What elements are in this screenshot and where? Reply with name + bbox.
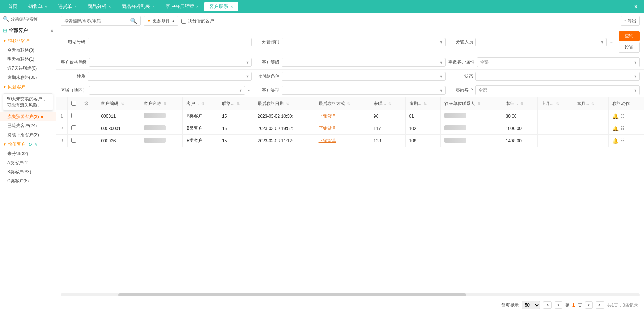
contact-action-icon[interactable]: 🔔 <box>612 138 619 144</box>
filter-status-select[interactable]: ▾ <box>475 72 640 81</box>
close-icon[interactable]: × <box>45 4 47 9</box>
row-unit-contact <box>441 135 502 147</box>
horizontal-scrollbar[interactable] <box>61 293 640 296</box>
sidebar-group-pending-contact[interactable]: ▼ 待联络客户 <box>0 36 56 46</box>
row-select-checkbox[interactable] <box>71 113 76 118</box>
more-action-icon[interactable]: ⠿ <box>621 138 624 144</box>
sidebar-group-problem-customers[interactable]: ▼ 问题客户 <box>0 82 56 92</box>
search-input[interactable] <box>64 19 129 24</box>
sidebar-all-customers[interactable]: ⊞ 全部客户 « <box>0 25 56 36</box>
sidebar-item-class-b[interactable]: B类客户(33) <box>0 167 56 177</box>
row-type: B类客户 <box>183 135 218 147</box>
nav-tab-customer-tier[interactable]: 客户分层经营 × <box>161 2 204 11</box>
my-customer-checkbox-wrap: 我分管的客户 <box>181 18 214 24</box>
filter-retail-attr-select[interactable]: 全部 ▾ <box>477 57 640 67</box>
filter-customer-type-select[interactable]: ▾ <box>282 86 446 95</box>
row-overdue: 102 <box>405 122 441 135</box>
sidebar-collapse-button[interactable]: « <box>51 28 53 33</box>
nav-tab-sales[interactable]: 销售单 × <box>23 2 52 11</box>
next-page-button[interactable]: > <box>585 301 593 309</box>
scrollbar-thumb <box>118 293 466 296</box>
contact-action-icon[interactable]: 🔔 <box>612 126 619 131</box>
close-icon[interactable]: × <box>230 4 233 9</box>
contact-action-icon[interactable]: 🔔 <box>612 113 619 119</box>
sidebar-item-7day-contact[interactable]: 近7天待联络(0) <box>0 64 56 73</box>
last-page-button[interactable]: >| <box>596 301 604 309</box>
row-contact-count: 15 <box>218 122 254 135</box>
row-actions-left <box>80 110 97 122</box>
close-icon[interactable]: × <box>196 4 198 9</box>
sidebar-search-input[interactable] <box>11 16 53 21</box>
nav-tab-customer-contact[interactable]: 客户联系 × <box>204 2 238 11</box>
filter-retail-customer-select[interactable]: 全部 ▾ <box>475 85 640 95</box>
filter-payment: 收付款条件 ▾ <box>255 72 446 81</box>
close-icon[interactable]: × <box>74 4 76 9</box>
more-action-icon[interactable]: ⠿ <box>621 113 624 119</box>
select-all-checkbox[interactable] <box>71 101 76 106</box>
contact-method-link[interactable]: 下销货单 <box>319 113 336 118</box>
prev-page-button[interactable]: < <box>555 301 562 309</box>
filter-manager-select[interactable]: ▾ <box>475 38 607 46</box>
sidebar-item-churn-warning[interactable]: 流失预警客户(3) ● <box>0 112 56 121</box>
chevron-up-icon: ▲ <box>172 19 175 23</box>
filter-nature-select[interactable]: ▾ <box>88 72 252 81</box>
filter-customer-level-select[interactable]: ▾ <box>282 58 446 67</box>
row-code: 00030031 <box>97 122 140 135</box>
search-button[interactable]: 🔍 <box>130 17 137 24</box>
sidebar-item-tomorrow-contact[interactable]: 明天待联络(1) <box>0 55 56 64</box>
sidebar-item-today-contact[interactable]: 今天待联络(0) <box>0 46 56 55</box>
sidebar-item-class-c[interactable]: C类客户(6) <box>0 177 56 186</box>
sidebar-group-value-customers[interactable]: ▼ 价值客户 ↻ ✎ <box>0 139 56 149</box>
th-code: 客户编码 ⇅ <box>97 97 140 110</box>
my-customer-checkbox[interactable] <box>181 19 186 24</box>
filter-retail-attr-label: 零散客户属性 <box>448 59 475 65</box>
row-select-checkbox[interactable] <box>71 125 76 130</box>
sidebar-item-ungrouped[interactable]: 未分组(32) <box>0 149 56 158</box>
per-page-select[interactable]: 50 100 200 <box>522 301 540 309</box>
filter-region-select[interactable]: ▾ <box>89 86 245 95</box>
settings-icon[interactable]: ⚙ <box>84 100 89 106</box>
edit-icon[interactable]: ✎ <box>34 142 38 147</box>
filter-status: 状态 ▾ <box>448 72 640 81</box>
filter-phone-input[interactable] <box>88 38 252 46</box>
page-label: 第 <box>565 302 569 308</box>
row-action-buttons: 🔔 ⠿ <box>608 110 644 122</box>
filter-payment-select[interactable]: ▾ <box>282 72 446 81</box>
contact-method-link[interactable]: 下销货单 <box>319 126 336 131</box>
filter-price-level-select[interactable]: ▾ <box>89 58 252 67</box>
sidebar-item-class-a[interactable]: A类客户(1) <box>0 158 56 167</box>
nav-tab-analysis[interactable]: 商品分析 × <box>82 2 116 11</box>
more-button[interactable]: ··· <box>609 39 613 45</box>
close-icon[interactable]: × <box>109 4 111 9</box>
row-select-checkbox[interactable] <box>71 138 76 143</box>
contact-method-link[interactable]: 下销货单 <box>319 138 336 143</box>
filter-retail-customer-label: 零散客户 <box>448 87 473 93</box>
row-num: 3 <box>56 135 67 147</box>
close-all-button[interactable]: ✕ <box>631 2 641 12</box>
filter-dept-select[interactable]: ▾ <box>282 38 446 46</box>
filter-region: 区域（地区） ▾ ··· <box>61 85 252 95</box>
export-button[interactable]: ↑ 导出 <box>621 16 640 26</box>
region-more-button[interactable]: ··· <box>248 88 252 93</box>
settings-button[interactable]: 设置 <box>619 42 640 53</box>
chevron-down-icon: ▾ <box>634 60 636 65</box>
sidebar-item-declining[interactable]: 持续下滑客户(2) <box>0 130 56 139</box>
first-page-button[interactable]: |< <box>543 301 552 309</box>
sidebar-item-overdue-contact[interactable]: 逾期未联络(30) <box>0 73 56 82</box>
nav-tab-analysis-list[interactable]: 商品分析列表 × <box>117 2 160 11</box>
sort-icon: ⇅ <box>347 102 350 106</box>
more-filter-button[interactable]: ▼ 更多条件 ▲ <box>144 16 178 26</box>
row-checkbox <box>67 135 80 147</box>
th-no-contact: 未联... ⇅ <box>370 97 405 110</box>
nav-tab-purchase[interactable]: 进货单 × <box>53 2 81 11</box>
close-icon[interactable]: × <box>152 4 154 9</box>
refresh-icon[interactable]: ↻ <box>28 142 32 147</box>
more-action-icon[interactable]: ⠿ <box>621 126 624 131</box>
nav-tab-home[interactable]: 首页 <box>3 2 23 11</box>
toolbar: 🔍 ▼ 更多条件 ▲ 我分管的客户 ↑ 导出 <box>56 13 644 29</box>
row-checkbox <box>67 110 80 122</box>
current-page: 1 <box>572 303 575 308</box>
query-button[interactable]: 查询 <box>619 31 640 41</box>
sidebar-item-churned[interactable]: 已流失客户(24) <box>0 121 56 130</box>
sort-icon: ⇅ <box>556 102 559 106</box>
